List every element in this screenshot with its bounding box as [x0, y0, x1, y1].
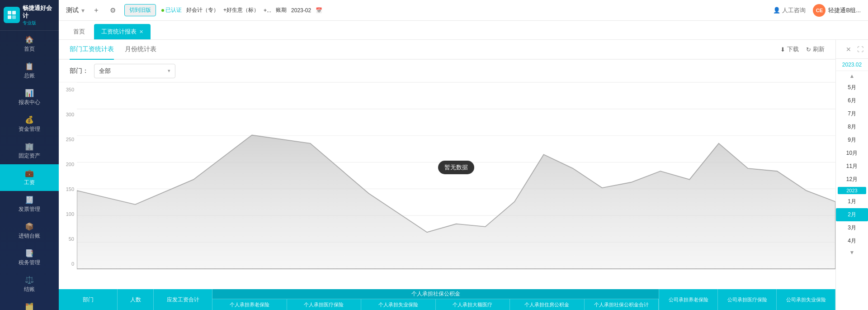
date-month-3[interactable]: 3月: [836, 221, 868, 234]
tab-home[interactable]: 首页: [66, 24, 92, 39]
date-month-9[interactable]: 9月: [836, 134, 868, 147]
sidebar-item-salary[interactable]: 💼 工资: [0, 164, 59, 191]
header-bar: 测试 ▾ + ⚙ 切到旧版 已认证 好会计（专） +好生意（标） +... 账期…: [59, 0, 868, 21]
salary-icon: 💼: [25, 169, 34, 177]
help-label: 人工咨询: [782, 6, 806, 14]
avatar-text: CE: [816, 8, 823, 13]
date-month-6[interactable]: 6月: [836, 94, 868, 107]
refresh-label: 刷新: [813, 45, 825, 53]
settle-icon: ⚖️: [25, 276, 34, 284]
date-month-1[interactable]: 1月: [836, 195, 868, 208]
sidebar-item-ledger[interactable]: 📋 总账: [0, 57, 59, 84]
content-area: 部门工资统计表 月份统计表 ⬇ 下载 ↻ 刷新: [59, 40, 868, 310]
sidebar-item-reports[interactable]: 📊 报表中心: [0, 84, 59, 111]
user-name: 轻捷通B组...: [828, 6, 861, 14]
reports-icon: 📊: [25, 89, 34, 97]
header-right: 👤 人工咨询 CE 轻捷通B组...: [773, 4, 861, 17]
logo-edition: 专业版: [23, 20, 55, 26]
date-month-10[interactable]: 10月: [836, 147, 868, 160]
sidebar-item-archive[interactable]: 🗂️ 归档管理: [0, 298, 59, 310]
add-button[interactable]: +: [90, 4, 103, 17]
svg-rect-1: [12, 11, 16, 14]
no-data-label: 暂无数据: [444, 164, 468, 171]
dept-filter-label: 部门：: [70, 67, 89, 75]
close-popup-button[interactable]: ✕: [844, 44, 854, 54]
business-type: +好生意（标）: [223, 6, 259, 14]
dept-select[interactable]: 全部 ▾: [94, 64, 175, 78]
expand-icon: ⛶: [857, 46, 863, 53]
archive-icon: 🗂️: [25, 302, 34, 310]
dept-select-value: 全部: [99, 67, 111, 75]
date-month-5[interactable]: 5月: [836, 81, 868, 94]
date-panel-current: 2023.02: [836, 59, 868, 71]
switch-old-button[interactable]: 切到旧版: [124, 4, 156, 16]
project-name: 测试: [66, 6, 79, 14]
date-month-8[interactable]: 8月: [836, 120, 868, 134]
sub-tab-monthly[interactable]: 月份统计表: [125, 40, 156, 60]
tab-salary-report[interactable]: 工资统计报表 ✕: [94, 24, 151, 39]
svg-rect-2: [8, 15, 11, 19]
sidebar-item-tax[interactable]: 📑 税务管理: [0, 244, 59, 271]
help-button[interactable]: 👤 人工咨询: [773, 6, 806, 14]
chevron-down-icon[interactable]: ▾: [81, 7, 85, 14]
sidebar-label-invoice: 发票管理: [19, 205, 40, 213]
chart-section: 350 300 250 200 150 100 50 0: [59, 82, 835, 289]
status-dot: [161, 9, 164, 12]
sidebar-item-funds[interactable]: 💰 资金管理: [0, 111, 59, 138]
sidebar-item-settle[interactable]: ⚖️ 结账: [0, 271, 59, 298]
sidebar-item-invoice[interactable]: 🧾 发票管理: [0, 191, 59, 218]
logo-icon: [4, 7, 20, 23]
user-info[interactable]: CE 轻捷通B组...: [813, 4, 861, 17]
sidebar-label-home: 首页: [24, 45, 35, 53]
date-month-4[interactable]: 4月: [836, 234, 868, 248]
settings-header-button[interactable]: ⚙: [106, 4, 119, 17]
sidebar-item-assets[interactable]: 🏢 固定资产: [0, 138, 59, 164]
date-month-2-active[interactable]: 2月: [836, 208, 868, 221]
tab-home-label: 首页: [73, 28, 85, 35]
main-area: 测试 ▾ + ⚙ 切到旧版 已认证 好会计（专） +好生意（标） +... 账期…: [59, 0, 868, 310]
sub-tab-dept[interactable]: 部门工资统计表: [70, 40, 114, 60]
user-avatar: CE: [813, 4, 826, 17]
home-icon: 🏠: [25, 35, 34, 44]
sub-tab-bar: 部门工资统计表 月份统计表 ⬇ 下载 ↻ 刷新: [59, 40, 835, 60]
col-personal-bigmedical: 个人承担大额医疗: [436, 299, 510, 310]
date-month-11[interactable]: 11月: [836, 160, 868, 173]
calendar-icon[interactable]: 📅: [316, 7, 322, 14]
sidebar-item-purchase[interactable]: 📦 进销台账: [0, 218, 59, 244]
right-panel: ✕ ⛶ 2023.02 ▲ 5月 6月 7月 8月: [835, 40, 868, 310]
sidebar-item-home[interactable]: 🏠 首页: [0, 31, 59, 57]
date-panel: 2023.02 ▲ 5月 6月 7月 8月 9月 10月: [835, 59, 868, 310]
tab-close-icon[interactable]: ✕: [139, 29, 143, 35]
svg-rect-0: [8, 11, 11, 14]
logo-text: 畅捷通好会计 专业版: [23, 5, 55, 26]
col-company-pension: 公司承担养老保险: [659, 289, 718, 310]
purchase-icon: 📦: [25, 222, 34, 231]
certified-badge: 已认证: [161, 6, 182, 14]
date-nav-up[interactable]: ▲: [836, 71, 868, 81]
header-status: 已认证 好会计（专） +好生意（标） +... 账期 2023-02 📅: [161, 6, 322, 14]
accounting-type: 好会计（专）: [186, 6, 219, 14]
sidebar-logo: 畅捷通好会计 专业版: [0, 0, 59, 31]
funds-icon: 💰: [25, 115, 34, 124]
sidebar-label-reports: 报表中心: [19, 99, 40, 106]
col-company-medical: 公司承担医疗保险: [718, 289, 777, 310]
download-label: 下载: [787, 45, 799, 53]
download-button[interactable]: ⬇ 下载: [780, 45, 799, 53]
date-month-7[interactable]: 7月: [836, 107, 868, 120]
certified-label: 已认证: [165, 6, 182, 14]
col-company-unemployment: 公司承担失业保险: [777, 289, 835, 310]
date-nav-down[interactable]: ▼: [836, 248, 868, 258]
logo-brand: 畅捷通好会计: [23, 5, 55, 20]
col-personal-housing: 个人承担住房公积金: [510, 299, 585, 310]
col-dept: 部门: [59, 289, 118, 310]
sidebar-label-funds: 资金管理: [19, 125, 40, 133]
ledger-icon: 📋: [25, 62, 34, 71]
select-arrow-icon: ▾: [168, 68, 170, 74]
date-month-12[interactable]: 12月: [836, 173, 868, 186]
personal-sub-headers: 个人承担养老保险 个人承担医疗保险 个人承担失业保险 个人承担大额医疗 个人承担: [212, 299, 659, 310]
close-icon: ✕: [846, 46, 851, 53]
chart-tooltip: 暂无数据: [438, 161, 474, 174]
refresh-button[interactable]: ↻ 刷新: [806, 45, 825, 53]
download-icon: ⬇: [780, 46, 785, 53]
expand-popup-button[interactable]: ⛶: [855, 44, 865, 54]
